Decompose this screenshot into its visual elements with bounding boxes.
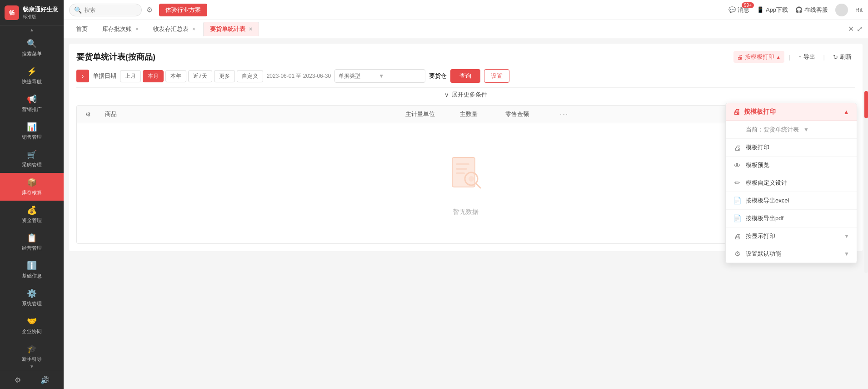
default-fn-label: 设置默认功能 (746, 250, 839, 258)
sidebar-item-label-system: 系统管理 (22, 300, 42, 307)
tab-batch-account-close[interactable]: × (135, 26, 139, 32)
main-page: 要货单统计表(按商品) 🖨 按模板打印 ▲ | ↑ 导出 | ↻ (69, 44, 863, 251)
sidebar-item-purchase[interactable]: 🛒 采购管理 (0, 145, 64, 173)
more-columns-btn[interactable]: ··· (560, 110, 569, 118)
dropdown-item-template-pdf[interactable]: 📄 按模板导出pdf (726, 210, 857, 227)
th-unit: 主计量单位 (400, 106, 454, 123)
dropdown-collapse-arrow[interactable]: ▲ (843, 108, 849, 116)
dropdown-item-template-preview[interactable]: 👁 模板预览 (726, 157, 857, 174)
date-btn-7days[interactable]: 近7天 (188, 70, 212, 82)
tab-batch-account[interactable]: 库存批次账 × (95, 22, 145, 36)
online-service-btn[interactable]: 🎧 在线客服 (795, 6, 828, 14)
dropdown-item-template-excel[interactable]: 📄 按模板导出excel (726, 192, 857, 210)
topbar: 🔍 ⚙ 体验行业方案 💬 消息 99+ 📱 App下载 🎧 在线客服 Rit (64, 0, 868, 20)
message-btn[interactable]: 💬 消息 99+ (728, 6, 749, 14)
th-quantity-label: 主数量 (460, 110, 478, 118)
scroll-up-area: ▲ (0, 26, 64, 34)
tab-order-stats[interactable]: 要货单统计表 × (203, 22, 259, 36)
search-input[interactable] (85, 7, 137, 13)
trial-button[interactable]: 体验行业方案 (159, 4, 207, 16)
sidebar-item-sales[interactable]: 📊 销售管理 (0, 117, 64, 145)
window-close-btn[interactable]: ✕ (848, 25, 854, 33)
online-service-label: 在线客服 (804, 6, 828, 14)
sales-icon: 📊 (27, 122, 37, 132)
dropdown-item-template-print[interactable]: 🖨 模板打印 (726, 139, 857, 157)
window-expand-btn[interactable]: ⤢ (857, 25, 863, 33)
sidebar-item-system[interactable]: ⚙️ 系统管理 (0, 284, 64, 312)
finance-icon: 💰 (27, 205, 37, 215)
date-btn-custom[interactable]: 自定义 (237, 70, 263, 82)
settings-button[interactable]: 设置 (484, 69, 509, 83)
sidebar-item-label-purchase: 采购管理 (22, 162, 42, 168)
sidebar-item-quick-nav[interactable]: ⚡ 快捷导航 (0, 62, 64, 90)
sidebar-nav: 🔍 搜索菜单 ⚡ 快捷导航 📢 营销推广 📊 销售管理 🛒 采购管理 📦 库存核… (0, 34, 64, 363)
app-subtitle: 标准版 (23, 14, 58, 20)
sidebar-item-label-basic: 基础信息 (22, 273, 42, 279)
app-download-btn[interactable]: 📱 App下载 (757, 6, 788, 14)
audio-bottom-btn[interactable]: 🔊 (40, 376, 50, 384)
refresh-icon: ↻ (833, 54, 838, 61)
topbar-right: 💬 消息 99+ 📱 App下载 🎧 在线客服 Rit (728, 4, 863, 16)
sidebar-logo: 畅 畅康通好生意 标准版 (0, 0, 64, 26)
print-btn[interactable]: 🖨 按模板打印 ▲ (733, 51, 784, 63)
sidebar-item-basic[interactable]: ℹ️ 基础信息 (0, 256, 64, 284)
date-btn-this-year[interactable]: 本年 (165, 70, 186, 82)
tab-order-stats-label: 要货单统计表 (210, 25, 245, 33)
template-pdf-icon: 📄 (733, 214, 741, 222)
dropdown-item-display-print[interactable]: 🖨 按显示打印 ▼ (726, 227, 857, 245)
export-btn[interactable]: ↑ 导出 (795, 51, 819, 63)
type-select[interactable]: 单据类型 ▼ (334, 69, 425, 83)
sidebar-item-operations[interactable]: 📋 经营管理 (0, 228, 64, 256)
expand-more-btn[interactable]: ∨ 展开更多条件 (76, 87, 855, 101)
goods-label: 要货仓 (429, 72, 447, 80)
system-icon: ⚙️ (27, 288, 37, 298)
sidebar: 畅 畅康通好生意 标准版 ▲ 🔍 搜索菜单 ⚡ 快捷导航 📢 营销推广 📊 销售… (0, 0, 64, 389)
tab-receipt-summary-close[interactable]: × (192, 26, 195, 32)
dropdown-current-template[interactable]: 当前：要货单统计表 ▼ (726, 121, 857, 139)
export-icon: ↑ (798, 54, 802, 61)
refresh-btn[interactable]: ↻ 刷新 (829, 51, 855, 63)
template-print-label: 模板打印 (746, 143, 849, 152)
sidebar-item-label-operations: 经营管理 (22, 245, 42, 252)
dropdown-item-default-fn[interactable]: ⚙ 设置默认功能 ▼ (726, 245, 857, 263)
settings-bottom-btn[interactable]: ⚙ (15, 376, 21, 384)
default-fn-icon: ⚙ (733, 250, 741, 258)
dropdown-header: 🖨 按模板打印 ▲ (726, 103, 857, 121)
sidebar-item-collab[interactable]: 🤝 企业协同 (0, 312, 64, 339)
th-settings[interactable]: ⚙ (77, 106, 100, 123)
print-dropdown-panel: 🖨 按模板打印 ▲ 当前：要货单统计表 ▼ 🖨 模板打印 👁 模板预览 (725, 103, 857, 263)
quick-nav-icon: ⚡ (27, 66, 37, 76)
gear-icon-topbar[interactable]: ⚙ (146, 5, 153, 14)
settings-col-icon: ⚙ (85, 111, 91, 118)
template-preview-label: 模板预览 (746, 161, 849, 169)
dropdown-item-template-custom[interactable]: ✏ 模板自定义设计 (726, 174, 857, 192)
main-area: 🔍 ⚙ 体验行业方案 💬 消息 99+ 📱 App下载 🎧 在线客服 Rit (64, 0, 868, 389)
tab-batch-account-label: 库存批次账 (102, 25, 132, 33)
query-button[interactable]: 查询 (450, 69, 480, 83)
collab-icon: 🤝 (27, 316, 37, 326)
tab-receipt-summary[interactable]: 收发存汇总表 × (146, 22, 202, 36)
th-quantity: 主数量 (454, 106, 500, 123)
sidebar-item-label-search: 搜索菜单 (22, 51, 42, 57)
sidebar-item-label-marketing: 营销推广 (22, 106, 42, 113)
guide-icon: 🎓 (27, 344, 37, 354)
sidebar-item-finance[interactable]: 💰 资金管理 (0, 201, 64, 228)
date-btn-this-month[interactable]: 本月 (143, 70, 164, 82)
right-scrollbar[interactable] (864, 91, 868, 273)
date-filter-group: 上月 本月 本年 近7天 更多 自定义 (120, 70, 263, 82)
sidebar-item-inventory[interactable]: 📦 库存核算 (0, 173, 64, 201)
date-filter-label: 单据日期 (93, 72, 116, 80)
sidebar-item-marketing[interactable]: 📢 营销推广 (0, 90, 64, 117)
tab-order-stats-close[interactable]: × (249, 26, 252, 32)
user-avatar[interactable] (835, 4, 848, 16)
sidebar-item-search[interactable]: 🔍 搜索菜单 (0, 34, 64, 62)
tab-home[interactable]: 首页 (69, 22, 95, 36)
scroll-down-arrow[interactable]: ▼ (30, 364, 34, 369)
filter-toggle-btn[interactable]: › (76, 70, 89, 82)
date-btn-more[interactable]: 更多 (214, 70, 235, 82)
topbar-search-box[interactable]: 🔍 (69, 4, 142, 16)
date-btn-last-month[interactable]: 上月 (120, 70, 141, 82)
current-template-label: 当前：要货单统计表 (746, 126, 799, 134)
scroll-up-arrow[interactable]: ▲ (30, 28, 34, 32)
sidebar-item-guide[interactable]: 🎓 新手引导 (0, 339, 64, 363)
